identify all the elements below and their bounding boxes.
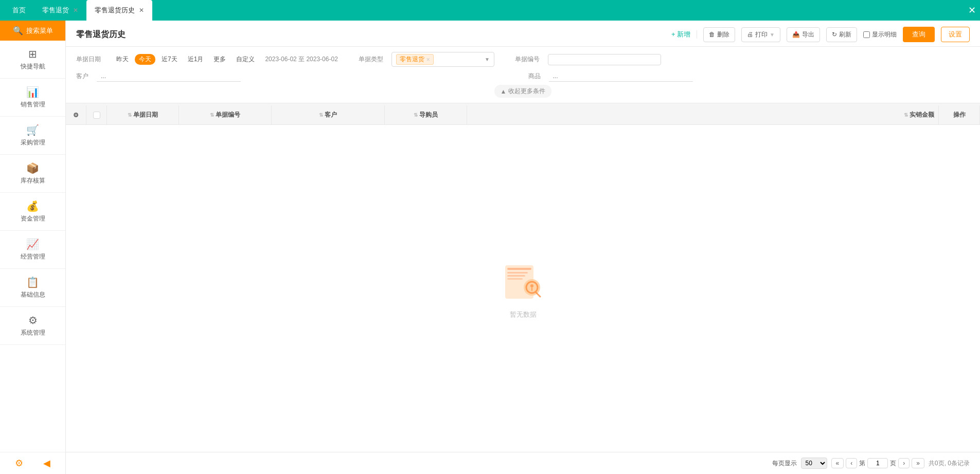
collapse-label: 收起更多条件 [508, 87, 545, 96]
page-size-select[interactable]: 50 100 200 [801, 458, 827, 469]
filter-row-1: 单据日期 昨天 今天 近7天 近1月 更多 自定义 2023-06-02 至 2… [76, 52, 970, 67]
collapse-sidebar-icon[interactable]: ◀ [43, 458, 50, 469]
export-button[interactable]: 📤 导出 [787, 27, 820, 42]
print-chevron: ▼ [770, 32, 775, 38]
date-btn-7days[interactable]: 近7天 [157, 54, 182, 65]
refresh-icon: ↻ [832, 31, 837, 38]
display-switch[interactable]: 显示明细 [863, 30, 897, 39]
operation-icon: 📈 [26, 238, 39, 250]
th-client[interactable]: ⇅ 客户 [272, 105, 385, 125]
delete-button[interactable]: 🗑 删除 [703, 27, 735, 42]
query-button[interactable]: 查询 [903, 27, 935, 42]
page-next-btn[interactable]: › [898, 458, 910, 468]
page-prev-btn[interactable]: ‹ [846, 458, 857, 468]
tab-home-label: 首页 [12, 6, 26, 15]
purchase-icon: 🛒 [26, 124, 39, 136]
search-icon: 🔍 [13, 26, 23, 35]
collapse-icon: ▲ [501, 88, 507, 95]
sidebar-item-basic-info[interactable]: 📋 基础信息 [0, 269, 65, 307]
date-btn-1month[interactable]: 近1月 [184, 54, 208, 65]
th-guide[interactable]: ⇅ 导购员 [385, 105, 467, 125]
sidebar-item-sales-mgmt[interactable]: 📊 销售管理 [0, 79, 65, 117]
client-input[interactable] [97, 71, 241, 82]
sidebar-search[interactable]: 🔍 搜索菜单 [0, 21, 65, 41]
th-ops: 操作 [939, 105, 980, 125]
content-area: 零售退货历史 + 新增 🗑 删除 🖨 打印 ▼ 📤 导出 [66, 21, 980, 474]
delete-icon: 🗑 [709, 31, 715, 38]
page-last-btn[interactable]: » [912, 458, 924, 468]
setting-button[interactable]: 设置 [941, 27, 970, 42]
date-filter: 昨天 今天 近7天 近1月 更多 自定义 2023-06-02 至 2023-0… [112, 54, 338, 65]
sidebar-item-label-sales: 销售管理 [21, 100, 45, 109]
tab-bar: 首页 零售退货 ✕ 零售退货历史 ✕ [4, 0, 968, 21]
sort-icon-amount: ⇅ [904, 112, 908, 118]
tab-retail-return-label: 零售退货 [42, 6, 69, 15]
doc-type-tag: 零售退货 × [396, 54, 434, 65]
sidebar-item-sys-mgmt[interactable]: ⚙ 系统管理 [0, 307, 65, 345]
sidebar-item-label-inventory: 库存核算 [21, 176, 45, 185]
sidebar-item-operation[interactable]: 📈 经营管理 [0, 231, 65, 269]
sidebar-item-label-finance: 资金管理 [21, 214, 45, 223]
basic-info-icon: 📋 [26, 276, 39, 288]
date-btn-custom[interactable]: 自定义 [232, 54, 259, 65]
date-range-display: 2023-06-02 至 2023-06-02 [265, 55, 337, 64]
doc-num-input[interactable] [548, 54, 661, 65]
page-size-label: 每页显示 [772, 459, 797, 468]
sales-icon: 📊 [26, 86, 39, 98]
tab-retail-return-history[interactable]: 零售退货历史 ✕ [86, 0, 152, 21]
svg-rect-3 [507, 275, 525, 277]
sidebar: 🔍 搜索菜单 ⊞ 快捷导航 📊 销售管理 🛒 采购管理 📦 库存核算 💰 资金管… [0, 21, 66, 474]
top-bar-close[interactable]: ✕ [968, 5, 976, 16]
th-doc-date[interactable]: ⇅ 单据日期 [107, 105, 179, 125]
sidebar-item-quick-nav[interactable]: ⊞ 快捷导航 [0, 41, 65, 79]
date-btn-more[interactable]: 更多 [209, 54, 230, 65]
sort-icon-date: ⇅ [128, 112, 132, 118]
new-button[interactable]: + 新增 [671, 30, 690, 39]
date-btn-yesterday[interactable]: 昨天 [112, 54, 133, 65]
export-label: 导出 [802, 30, 814, 39]
th-doc-num-label: 单据编号 [216, 111, 240, 119]
sidebar-item-purchase-mgmt[interactable]: 🛒 采购管理 [0, 117, 65, 155]
page-first-btn[interactable]: « [831, 458, 844, 468]
display-label: 显示明细 [872, 30, 897, 39]
sort-icon-docnum: ⇅ [210, 112, 214, 118]
tab-retail-return[interactable]: 零售退货 ✕ [34, 0, 86, 21]
divider-1 [697, 30, 697, 39]
tab-retail-return-history-close[interactable]: ✕ [139, 7, 144, 14]
doc-type-dropdown[interactable]: 零售退货 × ▼ [391, 52, 494, 67]
th-doc-num[interactable]: ⇅ 单据编号 [179, 105, 272, 125]
delete-label: 删除 [717, 30, 729, 39]
page-input[interactable] [867, 458, 888, 468]
no-data-illustration [500, 258, 546, 304]
header-checkbox[interactable] [93, 112, 100, 119]
th-settings[interactable]: ⚙ [66, 105, 86, 125]
doc-date-label: 单据日期 [76, 55, 112, 64]
tab-home[interactable]: 首页 [4, 0, 34, 21]
sidebar-item-finance[interactable]: 💰 资金管理 [0, 193, 65, 231]
settings-col-icon: ⚙ [73, 112, 79, 119]
collapse-button[interactable]: ▲ 收起更多条件 [494, 85, 552, 98]
doc-type-remove[interactable]: × [426, 56, 430, 63]
filter-goods-area: 商品 [528, 71, 970, 82]
filter-area: 单据日期 昨天 今天 近7天 近1月 更多 自定义 2023-06-02 至 2… [66, 47, 980, 103]
th-client-label: 客户 [325, 111, 337, 119]
tab-retail-return-close[interactable]: ✕ [73, 7, 78, 14]
page-nav: « ‹ 第 页 › » [831, 458, 924, 468]
print-button[interactable]: 🖨 打印 ▼ [741, 27, 780, 42]
th-amount-label: 实销金额 [910, 111, 934, 119]
th-checkbox[interactable] [86, 105, 107, 125]
goods-input[interactable] [549, 71, 693, 82]
date-btn-today[interactable]: 今天 [135, 54, 155, 65]
page-header: 零售退货历史 + 新增 🗑 删除 🖨 打印 ▼ 📤 导出 [66, 21, 980, 47]
sidebar-item-inventory[interactable]: 📦 库存核算 [0, 155, 65, 193]
refresh-label: 刷新 [839, 30, 851, 39]
page-total: 共0页, 0条记录 [929, 459, 970, 468]
settings-bottom-icon[interactable]: ⚙ [15, 458, 23, 469]
th-guide-label: 导购员 [419, 111, 438, 119]
sidebar-bottom: ⚙ ◀ [0, 452, 65, 474]
refresh-button[interactable]: ↻ 刷新 [826, 27, 857, 42]
th-amount[interactable]: ⇅ 实销金额 [467, 105, 939, 125]
display-checkbox[interactable] [863, 31, 870, 38]
sidebar-item-label-purchase: 采购管理 [21, 138, 45, 147]
page-header-top: 零售退货历史 + 新增 🗑 删除 🖨 打印 ▼ 📤 导出 [76, 27, 970, 42]
